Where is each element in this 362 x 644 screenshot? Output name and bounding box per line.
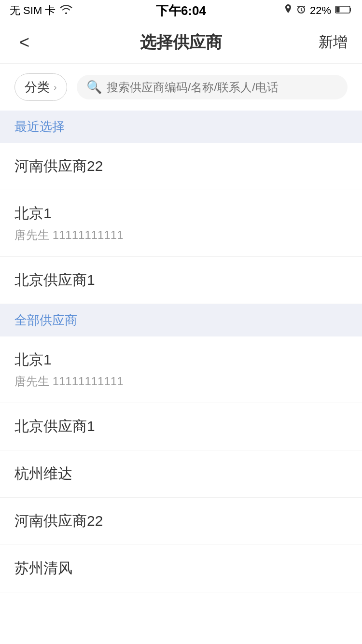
status-time: 下午6:04 (156, 2, 206, 19)
item-name: 杭州维达 (14, 464, 348, 484)
status-left: 无 SIM 卡 (10, 3, 73, 18)
all-list-item[interactable]: 北京1唐先生 11111111111 (0, 336, 362, 403)
recent-list-item[interactable]: 北京供应商1 (0, 257, 362, 304)
battery-level: 22% (310, 4, 331, 17)
all-list: 北京1唐先生 11111111111北京供应商1杭州维达河南供应商22苏州清风 (0, 336, 362, 592)
all-list-item[interactable]: 苏州清风 (0, 545, 362, 592)
svg-rect-2 (336, 7, 340, 13)
search-input[interactable] (107, 81, 338, 94)
item-name: 河南供应商22 (14, 156, 348, 176)
status-bar: 无 SIM 卡 下午6:04 22% (0, 0, 362, 21)
item-name: 苏州清风 (14, 559, 348, 578)
search-icon: 🔍 (86, 80, 102, 95)
item-name: 北京1 (14, 204, 348, 224)
chevron-right-icon: › (54, 82, 57, 93)
status-right: 22% (284, 4, 352, 17)
recent-list: 河南供应商22北京1唐先生 11111111111北京供应商1 (0, 143, 362, 304)
category-button[interactable]: 分类 › (14, 73, 67, 101)
sim-status: 无 SIM 卡 (10, 3, 56, 18)
all-list-item[interactable]: 河南供应商22 (0, 498, 362, 545)
item-contact: 唐先生 11111111111 (14, 374, 348, 389)
battery-icon (335, 4, 352, 17)
item-contact: 唐先生 11111111111 (14, 227, 348, 243)
recent-section-header: 最近选择 (0, 111, 362, 143)
recent-list-item[interactable]: 河南供应商22 (0, 143, 362, 190)
back-button[interactable]: < (14, 28, 34, 57)
page-title: 选择供应商 (140, 31, 222, 54)
category-label: 分类 (25, 79, 50, 96)
item-name: 北京供应商1 (14, 270, 348, 290)
recent-list-item[interactable]: 北京1唐先生 11111111111 (0, 190, 362, 257)
all-section-header: 全部供应商 (0, 304, 362, 336)
nav-bar: < 选择供应商 新增 (0, 21, 362, 64)
item-name: 河南供应商22 (14, 511, 348, 531)
add-button[interactable]: 新增 (319, 32, 348, 52)
alarm-icon (296, 4, 306, 17)
all-list-item[interactable]: 北京供应商1 (0, 403, 362, 450)
search-box[interactable]: 🔍 (77, 75, 348, 99)
wifi-icon (59, 4, 73, 17)
all-list-item[interactable]: 杭州维达 (0, 450, 362, 498)
item-name: 北京供应商1 (14, 417, 348, 436)
filter-bar: 分类 › 🔍 (0, 64, 362, 111)
item-name: 北京1 (14, 350, 348, 370)
location-icon (284, 4, 292, 17)
